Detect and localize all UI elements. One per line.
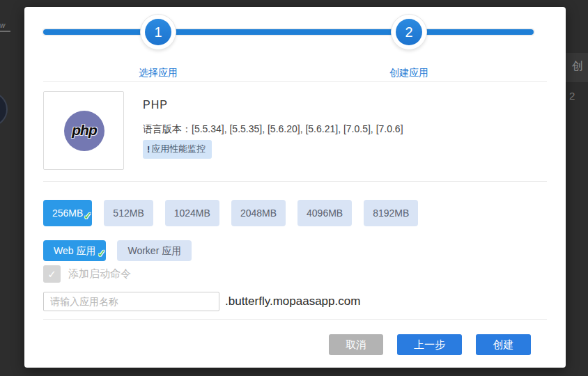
memory-option-8192mb[interactable]: 8192MB [364, 200, 418, 226]
step-2-number: 2 [396, 19, 422, 45]
cancel-button[interactable]: 取消 [329, 334, 383, 355]
background-logo-circle [0, 92, 8, 127]
memory-option-4096mb[interactable]: 4096MB [297, 200, 352, 226]
memory-option-512mb[interactable]: 512MB [104, 200, 153, 226]
background-text-fragment: 创 [572, 59, 583, 74]
memory-option-label: 2048MB [240, 207, 277, 219]
app-type-option-worker[interactable]: Worker 应用 [117, 240, 192, 261]
divider [43, 181, 547, 182]
app-name-input[interactable] [43, 292, 219, 311]
background-page-fragment: w [0, 21, 10, 32]
versions-label: 语言版本： [143, 123, 192, 134]
php-logo: php [64, 111, 105, 151]
app-type-label: Worker 应用 [127, 245, 181, 256]
startup-command-checkbox[interactable]: ✓ [43, 265, 61, 283]
memory-option-256mb[interactable]: 256MB ✓ [43, 200, 92, 226]
app-type-label: Web 应用 [54, 245, 95, 256]
create-button[interactable]: 创建 [476, 334, 531, 355]
startup-command-label: 添加启动命令 [68, 267, 131, 281]
check-icon: ✓ [98, 243, 107, 264]
memory-option-label: 1024MB [174, 207, 210, 219]
step-1-label: 选择应用 [116, 67, 200, 79]
performance-monitor-tag: ! 应用性能监控 [143, 140, 212, 159]
stepper-progress-bar [43, 29, 534, 35]
app-type-row: Web 应用 ✓ Worker 应用 [43, 240, 192, 261]
app-name-row: .butterfly.mopaasapp.com [43, 292, 360, 311]
startup-command-row: ✓ 添加启动命令 [43, 265, 131, 283]
create-app-dialog: 1 2 选择应用 创建应用 php PHP 语言版本：[5.5.34], [5.… [24, 7, 566, 368]
divider [43, 81, 547, 82]
previous-step-button[interactable]: 上一步 [397, 334, 462, 355]
check-icon: ✓ [84, 203, 93, 229]
domain-suffix: .butterfly.mopaasapp.com [225, 295, 360, 308]
app-versions: 语言版本：[5.5.34], [5.5.35], [5.6.20], [5.6.… [143, 123, 403, 136]
background-number-fragment: 2 [569, 90, 575, 102]
app-type-option-web[interactable]: Web 应用 ✓ [43, 240, 106, 261]
step-2-circle[interactable]: 2 [391, 14, 427, 50]
performance-monitor-icon: ! [147, 144, 150, 155]
performance-monitor-label: 应用性能监控 [151, 143, 206, 155]
memory-option-label: 8192MB [373, 207, 409, 219]
memory-option-label: 512MB [113, 207, 144, 219]
memory-option-label: 256MB [52, 207, 83, 219]
memory-option-row: 256MB ✓ 512MB 1024MB 2048MB 4096MB 8192M… [43, 200, 418, 226]
divider [43, 319, 547, 320]
memory-option-1024mb[interactable]: 1024MB [165, 200, 219, 226]
versions-list: [5.5.34], [5.5.35], [5.6.20], [5.6.21], … [192, 123, 403, 134]
step-1-circle[interactable]: 1 [140, 14, 176, 50]
step-2-label: 创建应用 [367, 67, 451, 79]
memory-option-label: 4096MB [307, 207, 343, 219]
app-title: PHP [143, 99, 168, 111]
selected-app-card: php [43, 91, 124, 170]
step-1-number: 1 [145, 19, 171, 45]
memory-option-2048mb[interactable]: 2048MB [231, 200, 286, 226]
